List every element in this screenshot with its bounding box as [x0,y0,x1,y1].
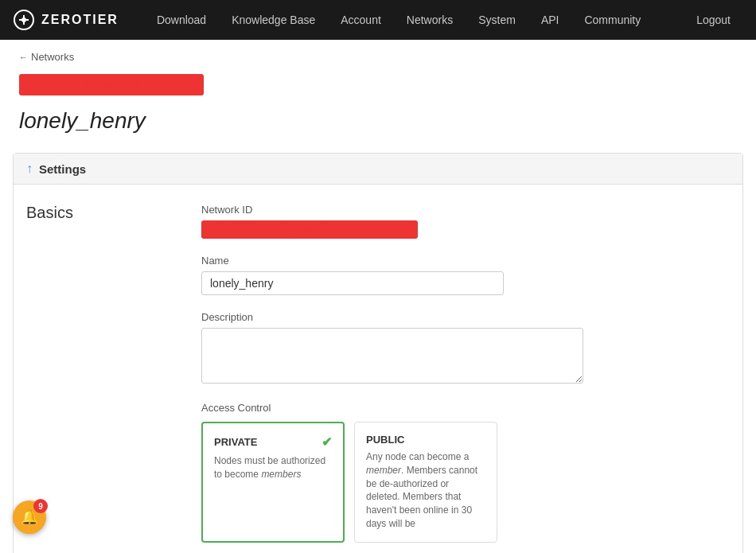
public-card-desc: Any node can become a member. Members ca… [366,450,485,531]
name-label: Name [201,255,730,267]
nav-account[interactable]: Account [328,0,394,40]
basics-heading: Basics [26,204,201,222]
private-card-desc: Nodes must be authorized to become membe… [214,454,332,481]
settings-header: ↑ Settings [14,154,742,185]
brand[interactable]: ZEROTIER [13,9,119,31]
svg-point-3 [21,18,26,22]
navbar: ZEROTIER Download Knowledge Base Account… [0,0,756,40]
back-arrow-icon: ← [19,53,28,62]
logout-link[interactable]: Logout [684,0,743,40]
settings-section: ↑ Settings Basics Network ID REDACTED Na… [13,153,743,553]
check-icon: ✔ [321,434,332,450]
basics-fields-col: Network ID REDACTED Name Description Acc… [201,204,730,553]
settings-arrow-icon: ↑ [26,162,33,176]
nav-knowledge-base[interactable]: Knowledge Base [219,0,328,40]
public-card-title: PUBLIC [366,434,485,446]
nav-system[interactable]: System [466,0,528,40]
nav-networks[interactable]: Networks [394,0,466,40]
nav-api[interactable]: API [528,0,572,40]
nav-community[interactable]: Community [571,0,653,40]
access-control-cards: PRIVATE ✔ Nodes must be authorized to be… [201,422,730,543]
notification-bell[interactable]: 🔔 9 [13,500,46,534]
page-title: lonely_henry [0,102,756,146]
description-field-group: Description [201,311,730,386]
network-id-field-group: Network ID REDACTED [201,204,730,239]
notification-badge: 9 [33,499,48,513]
settings-header-label: Settings [39,162,86,176]
network-id-value: REDACTED [201,220,418,239]
breadcrumb: ← Networks [0,40,756,74]
basics-label-col: Basics [26,204,201,553]
description-textarea[interactable] [201,328,583,384]
private-card-title: PRIVATE ✔ [214,434,332,450]
zerotier-logo [13,9,35,31]
access-card-public[interactable]: PUBLIC Any node can become a member. Mem… [354,422,497,543]
access-control-label: Access Control [201,402,730,414]
name-input[interactable] [201,271,504,295]
name-field-group: Name [201,255,730,295]
access-card-private[interactable]: PRIVATE ✔ Nodes must be authorized to be… [201,422,345,543]
brand-name: ZEROTIER [41,13,119,27]
network-id-label: Network ID [201,204,730,216]
breadcrumb-networks-label: Networks [31,51,74,63]
description-label: Description [201,311,730,323]
nav-download[interactable]: Download [144,0,219,40]
breadcrumb-networks-link[interactable]: ← Networks [19,51,74,63]
access-control-group: Access Control PRIVATE ✔ Nodes must be a… [201,402,730,543]
nav-links: Download Knowledge Base Account Networks… [144,0,684,40]
basics-content: Basics Network ID REDACTED Name Descript… [14,185,742,553]
network-id-top-badge: REDACTED [19,74,204,95]
